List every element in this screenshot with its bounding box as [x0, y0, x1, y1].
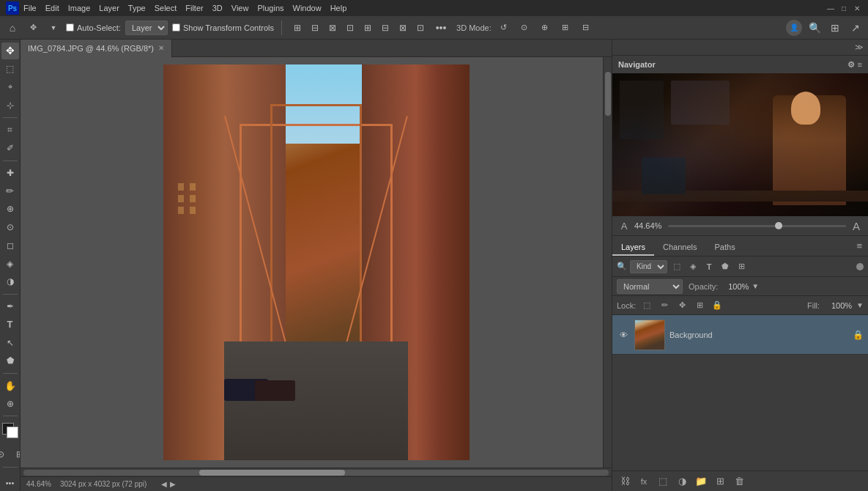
options-arrow-icon[interactable]: ▼ — [45, 20, 62, 36]
menu-image[interactable]: Image — [68, 4, 91, 12]
move-tool[interactable]: ✥ — [1, 43, 19, 59]
align-middle-icon[interactable]: ⊞ — [360, 20, 376, 36]
maximize-button[interactable]: □ — [839, 3, 849, 13]
3d-icon-2[interactable]: ⊙ — [516, 20, 533, 36]
distribute-icon[interactable]: ⊠ — [395, 20, 411, 36]
search-options-icon[interactable]: 🔍 — [806, 20, 823, 36]
menu-filter[interactable]: Filter — [185, 4, 203, 12]
share-icon[interactable]: ↗ — [847, 20, 864, 36]
nav-prev-icon[interactable]: ◀ — [161, 480, 167, 488]
filter-pixel-icon[interactable]: ⬚ — [670, 260, 683, 273]
menu-layer[interactable]: Layer — [99, 4, 119, 12]
lock-all-icon[interactable]: 🔒 — [711, 299, 724, 312]
history-tool[interactable]: ⊙ — [1, 219, 19, 236]
auto-select-checkbox[interactable] — [66, 23, 74, 32]
zoom-out-button[interactable]: A — [618, 221, 630, 232]
zoom-slider[interactable] — [668, 225, 846, 227]
filter-adjustment-icon[interactable]: ◈ — [686, 260, 700, 273]
menu-view[interactable]: View — [231, 4, 249, 12]
lock-transparent-icon[interactable]: ⬚ — [640, 299, 653, 312]
horizontal-scrollbar[interactable] — [21, 468, 612, 476]
3d-icon-1[interactable]: ↺ — [496, 20, 512, 36]
3d-icon-3[interactable]: ⊕ — [537, 20, 553, 36]
select-rect-tool[interactable]: ⬚ — [1, 61, 19, 78]
filter-text-icon[interactable]: T — [702, 260, 716, 273]
distribute2-icon[interactable]: ⊡ — [412, 20, 429, 36]
filter-smart-icon[interactable]: ⊞ — [735, 260, 748, 273]
layer-effects-button[interactable]: fx — [636, 473, 652, 490]
menu-plugins[interactable]: Plugins — [257, 4, 283, 12]
filter-shape-icon[interactable]: ⬟ — [719, 260, 732, 273]
menu-help[interactable]: Help — [330, 4, 347, 12]
zoom-tool[interactable]: ⊕ — [1, 396, 19, 413]
3d-icon-5[interactable]: ⊟ — [578, 20, 594, 36]
nav-next-icon[interactable]: ▶ — [170, 480, 176, 488]
fill-arrow-icon[interactable]: ▼ — [856, 301, 864, 309]
new-layer-button[interactable]: ⊞ — [712, 473, 728, 490]
eraser-tool[interactable]: ◻ — [1, 237, 19, 254]
menu-file[interactable]: File — [23, 4, 37, 12]
v-scroll-thumb[interactable] — [605, 72, 611, 116]
more-options-icon[interactable]: ••• — [433, 20, 449, 36]
3d-icon-4[interactable]: ⊞ — [557, 20, 574, 36]
blur-tool[interactable]: ◑ — [1, 273, 19, 290]
workspace-icon[interactable]: ⊞ — [827, 20, 843, 36]
gradient-tool[interactable]: ◈ — [1, 255, 19, 272]
tab-paths[interactable]: Paths — [706, 240, 744, 256]
layer-visibility-toggle[interactable]: 👁 — [617, 328, 630, 342]
menu-edit[interactable]: Edit — [45, 4, 59, 12]
zoom-in-button[interactable]: A — [850, 220, 862, 232]
heal-tool[interactable]: ✚ — [1, 165, 19, 182]
color-picker[interactable] — [2, 423, 18, 438]
document-tab[interactable]: IMG_0784.JPG @ 44.6% (RGB/8*) ✕ — [21, 40, 172, 57]
h-scroll-thumb[interactable] — [199, 470, 346, 476]
align-left-icon[interactable]: ⊞ — [289, 20, 305, 36]
filter-kind-dropdown[interactable]: Kind — [630, 260, 667, 273]
menu-select[interactable]: Select — [155, 4, 177, 12]
screen-mode-tool[interactable]: ⊞ — [11, 446, 21, 463]
brush-tool[interactable]: ✏ — [1, 182, 19, 199]
align-bottom-icon[interactable]: ⊟ — [377, 20, 393, 36]
shape-tool[interactable]: ⬟ — [1, 352, 19, 369]
lock-pixels-icon[interactable]: ✏ — [658, 299, 671, 312]
navigator-menu-icon[interactable]: ≡ — [858, 60, 862, 70]
menu-3d[interactable]: 3D — [212, 4, 223, 12]
move-options-icon[interactable]: ✥ — [25, 20, 41, 36]
home-icon[interactable]: ⌂ — [4, 20, 21, 36]
link-layers-button[interactable]: ⛓ — [617, 473, 633, 490]
menu-type[interactable]: Type — [128, 4, 146, 12]
canvas-container[interactable] — [21, 57, 612, 468]
zoom-thumb[interactable] — [775, 222, 782, 229]
blend-mode-dropdown[interactable]: Normal — [617, 279, 683, 294]
pen-tool[interactable]: ✒ — [1, 298, 19, 315]
tab-layers[interactable]: Layers — [612, 240, 654, 256]
quick-mask-tool[interactable]: ⊙ — [0, 446, 10, 463]
crop-tool[interactable]: ⌗ — [1, 122, 19, 139]
text-tool[interactable]: T — [1, 317, 19, 333]
clone-tool[interactable]: ⊕ — [1, 201, 19, 218]
auto-select-dropdown[interactable]: Layer — [125, 21, 168, 35]
close-button[interactable]: ✕ — [852, 3, 862, 13]
align-top-icon[interactable]: ⊡ — [342, 20, 358, 36]
navigator-preview[interactable] — [612, 73, 868, 216]
tab-close-button[interactable]: ✕ — [158, 44, 164, 52]
panel-expand-icon[interactable]: ≫ — [855, 43, 864, 52]
navigator-settings-icon[interactable]: ⚙ — [847, 60, 855, 70]
background-color[interactable] — [7, 427, 18, 438]
user-avatar[interactable]: 👤 — [786, 20, 802, 36]
lock-artboard-icon[interactable]: ⊞ — [693, 299, 706, 312]
eyedropper-tool[interactable]: ✐ — [1, 140, 19, 157]
transform-checkbox[interactable] — [172, 23, 180, 32]
lasso-tool[interactable]: ⌖ — [1, 79, 19, 96]
opacity-arrow-icon[interactable]: ▼ — [752, 282, 759, 290]
lock-position-icon[interactable]: ✥ — [675, 299, 689, 312]
path-select-tool[interactable]: ↖ — [1, 334, 19, 351]
new-group-button[interactable]: 📁 — [693, 473, 709, 490]
menu-window[interactable]: Window — [293, 4, 322, 12]
minimize-button[interactable]: — — [826, 3, 836, 13]
tab-channels[interactable]: Channels — [654, 240, 705, 256]
hand-tool[interactable]: ✋ — [1, 377, 19, 394]
layer-item-background[interactable]: 👁 Background 🔒 — [612, 315, 868, 355]
adjustment-layer-button[interactable]: ◑ — [674, 473, 690, 490]
layers-panel-menu-icon[interactable]: ≡ — [853, 239, 865, 253]
